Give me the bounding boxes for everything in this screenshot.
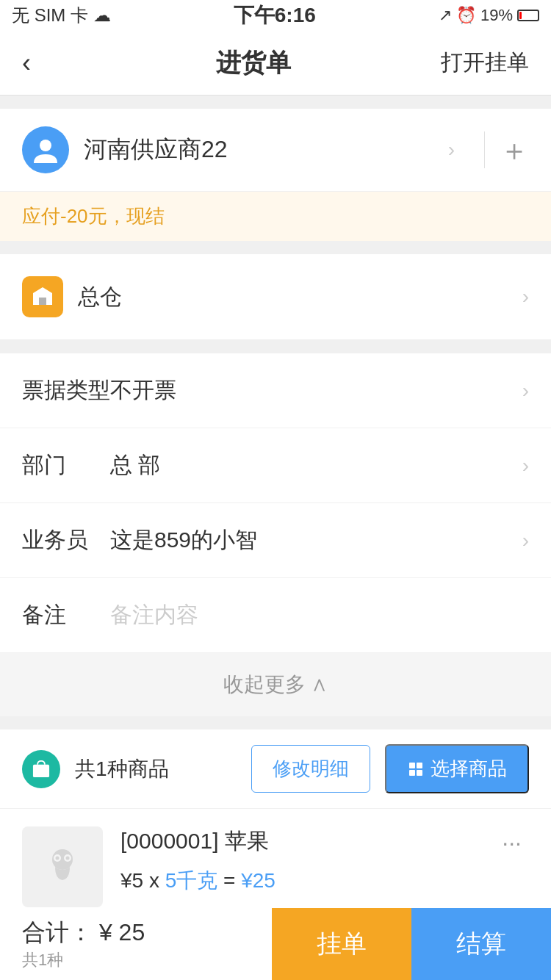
section-gap-4 — [0, 716, 551, 729]
status-time: 下午6:16 — [234, 1, 316, 29]
salesperson-row[interactable]: 业务员 这是859的小智 › — [0, 503, 551, 578]
product-price: ¥5 — [120, 869, 143, 892]
pending-button[interactable]: 挂单 — [272, 908, 411, 980]
product-qty: 5千克 — [165, 869, 218, 892]
nav-bar: ‹ 进货单 打开挂单 — [0, 31, 551, 96]
product-info: [0000001] 苹果 ¥5 x 5千克 = ¥25 — [120, 826, 477, 895]
supplier-row[interactable]: 河南供应商22 › ＋ — [0, 109, 551, 192]
multiply-sign: x — [149, 869, 165, 892]
warehouse-name: 总仓 — [78, 282, 522, 312]
back-button[interactable]: ‹ — [22, 48, 66, 79]
equals-sign: = — [223, 869, 241, 892]
svg-rect-1 — [39, 298, 46, 305]
vertical-divider — [484, 131, 485, 168]
remark-label: 备注 — [22, 600, 110, 630]
section-gap-2 — [0, 241, 551, 254]
invoice-type-row[interactable]: 票据类型 不开票 › — [0, 353, 551, 428]
supplier-name: 河南供应商22 — [84, 134, 448, 166]
salesperson-label: 业务员 — [22, 525, 110, 555]
products-icon — [22, 750, 60, 788]
department-value: 总 部 — [110, 450, 522, 480]
warehouse-section: 总仓 › — [0, 254, 551, 340]
total-section: 合计： ¥ 25 共1种 — [0, 917, 272, 971]
open-pending-button[interactable]: 打开挂单 — [441, 48, 529, 78]
status-left: 无 SIM 卡 ☁ — [12, 4, 111, 27]
battery-label: 19% — [480, 6, 513, 25]
total-count: 共1种 — [22, 949, 250, 971]
edit-detail-button[interactable]: 修改明细 — [251, 745, 370, 793]
collapse-bar[interactable]: 收起更多 ∧ — [0, 653, 551, 716]
department-row[interactable]: 部门 总 部 › — [0, 428, 551, 503]
invoice-type-chevron: › — [522, 379, 529, 403]
total-value: ¥ 25 — [99, 919, 145, 945]
add-supplier-button[interactable]: ＋ — [500, 130, 529, 170]
total-label: 合计： — [22, 919, 93, 945]
select-product-label: 选择商品 — [431, 756, 507, 782]
product-total: ¥25 — [241, 869, 276, 892]
notice-bar: 应付-20元，现结 — [0, 192, 551, 241]
chevron-right-icon: › — [448, 138, 455, 162]
section-gap-3 — [0, 340, 551, 353]
salesperson-value: 这是859的小智 — [110, 525, 522, 555]
svg-rect-5 — [409, 770, 415, 776]
svg-point-10 — [56, 857, 60, 860]
location-icon: ↗ — [439, 6, 452, 25]
status-bar: 无 SIM 卡 ☁ 下午6:16 ↗ ⏰ 19% — [0, 0, 551, 31]
sim-label: 无 SIM 卡 ☁ — [12, 4, 111, 27]
svg-rect-6 — [417, 770, 422, 776]
products-count: 共1种商品 — [75, 755, 237, 783]
remark-row[interactable]: 备注 备注内容 — [0, 578, 551, 653]
product-more-button[interactable]: ··· — [494, 826, 529, 860]
checkout-button[interactable]: 结算 — [411, 908, 551, 980]
invoice-type-label: 票据类型 — [22, 375, 110, 406]
svg-point-11 — [66, 857, 70, 860]
page-title: 进货单 — [216, 46, 291, 80]
alarm-icon: ⏰ — [456, 6, 476, 25]
form-section: 票据类型 不开票 › 部门 总 部 › 业务员 这是859的小智 › 备注 备注… — [0, 353, 551, 653]
battery-icon — [517, 10, 539, 21]
department-label: 部门 — [22, 450, 110, 480]
product-price-row: ¥5 x 5千克 = ¥25 — [120, 867, 477, 895]
svg-point-0 — [40, 140, 51, 151]
select-product-button[interactable]: 选择商品 — [385, 744, 529, 793]
supplier-section: 河南供应商22 › ＋ 应付-20元，现结 — [0, 109, 551, 241]
salesperson-chevron: › — [522, 529, 529, 552]
svg-rect-4 — [417, 763, 422, 768]
remark-input[interactable]: 备注内容 — [110, 600, 529, 630]
svg-rect-3 — [409, 763, 415, 768]
svg-rect-2 — [33, 764, 49, 777]
status-right: ↗ ⏰ 19% — [439, 6, 539, 25]
section-gap-1 — [0, 96, 551, 109]
department-chevron: › — [522, 454, 529, 478]
product-name: [0000001] 苹果 — [120, 826, 477, 857]
warehouse-icon-bg — [22, 276, 63, 317]
warehouse-row[interactable]: 总仓 › — [0, 254, 551, 340]
invoice-type-value: 不开票 — [110, 375, 522, 406]
total-amount: 合计： ¥ 25 — [22, 917, 250, 949]
supplier-avatar — [22, 126, 69, 173]
products-header: 共1种商品 修改明细 选择商品 — [0, 729, 551, 809]
bottom-bar: 合计： ¥ 25 共1种 挂单 结算 — [0, 908, 551, 980]
warehouse-chevron: › — [522, 285, 529, 309]
product-thumbnail — [22, 826, 103, 907]
